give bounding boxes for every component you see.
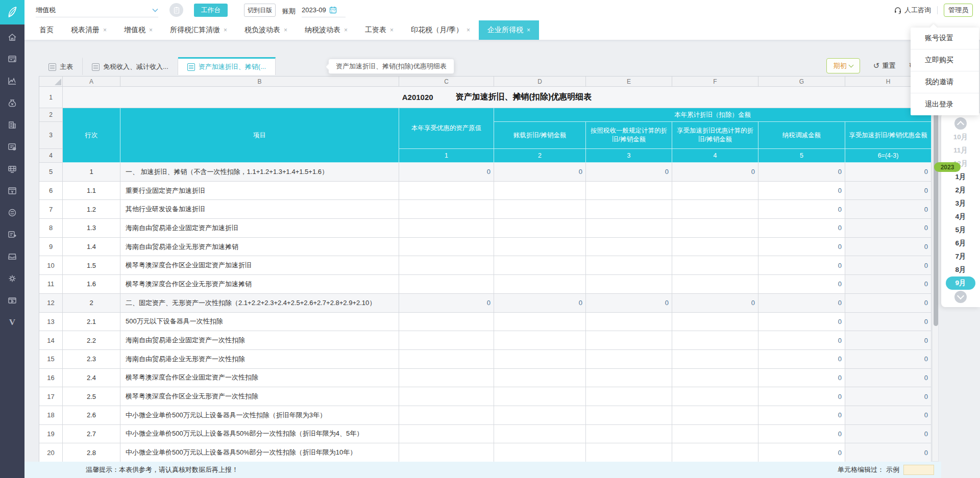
value-cell[interactable] bbox=[586, 443, 672, 462]
value-cell[interactable] bbox=[494, 387, 586, 406]
item-cell[interactable]: 横琴粤澳深度合作区企业固定资产加速折旧 bbox=[120, 256, 399, 275]
item-cell[interactable]: 一、 加速折旧、摊销（不含一次性扣除，1.1+1.2+1.3+1.4+1.5+1… bbox=[120, 163, 399, 182]
value-cell[interactable] bbox=[399, 406, 494, 425]
value-cell[interactable]: 0 bbox=[845, 182, 932, 200]
reset-button[interactable]: ↺ 重置 bbox=[873, 61, 896, 70]
value-cell[interactable]: 0 bbox=[758, 387, 845, 406]
value-cell[interactable] bbox=[494, 238, 586, 257]
value-cell[interactable]: 0 bbox=[399, 294, 494, 313]
switch-version-button[interactable]: 切到日版 bbox=[244, 4, 276, 17]
row-number[interactable]: 6 bbox=[39, 182, 63, 200]
voucher-transfer-icon[interactable] bbox=[7, 229, 18, 240]
value-cell[interactable]: 0 bbox=[672, 294, 758, 313]
value-cell[interactable]: 0 bbox=[845, 331, 932, 350]
item-cell[interactable]: 横琴粤澳深度合作区企业无形资产一次性扣除 bbox=[120, 387, 399, 406]
value-cell[interactable] bbox=[399, 350, 494, 369]
value-cell[interactable]: 0 bbox=[672, 163, 758, 182]
month-2月[interactable]: 2月 bbox=[946, 184, 975, 197]
line-no-cell[interactable]: 1.2 bbox=[63, 200, 120, 219]
close-icon[interactable]: × bbox=[467, 27, 470, 34]
row-number[interactable]: 15 bbox=[39, 350, 63, 369]
value-cell[interactable] bbox=[494, 313, 586, 332]
line-no-cell[interactable]: 1.5 bbox=[63, 256, 120, 275]
subtab-主表[interactable]: 主表 bbox=[39, 57, 83, 75]
value-cell[interactable] bbox=[586, 425, 672, 444]
invoice-bill-icon[interactable] bbox=[7, 54, 18, 65]
value-cell[interactable]: 0 bbox=[586, 294, 672, 313]
trend-chart-icon[interactable] bbox=[7, 76, 18, 87]
user-menu-item-立即购买[interactable]: 立即购买 bbox=[911, 49, 979, 71]
value-cell[interactable]: 0 bbox=[845, 256, 932, 275]
value-cell[interactable] bbox=[494, 369, 586, 388]
row-number[interactable]: 14 bbox=[39, 331, 63, 350]
value-cell[interactable] bbox=[494, 350, 586, 369]
value-cell[interactable] bbox=[586, 200, 672, 219]
row-number[interactable]: 17 bbox=[39, 387, 63, 406]
value-cell[interactable] bbox=[672, 369, 758, 388]
home-icon[interactable] bbox=[7, 32, 18, 43]
month-11月[interactable]: 11月 bbox=[946, 144, 975, 157]
value-cell[interactable] bbox=[672, 313, 758, 332]
close-icon[interactable]: × bbox=[390, 27, 394, 34]
close-icon[interactable]: × bbox=[149, 27, 153, 34]
column-letter-B[interactable]: B bbox=[120, 77, 399, 87]
value-cell[interactable] bbox=[494, 182, 586, 200]
value-cell[interactable]: 0 bbox=[758, 313, 845, 332]
value-cell[interactable] bbox=[586, 256, 672, 275]
value-cell[interactable] bbox=[586, 387, 672, 406]
value-cell[interactable] bbox=[586, 238, 672, 257]
scroll-up-icon[interactable] bbox=[954, 117, 967, 130]
value-cell[interactable] bbox=[586, 182, 672, 200]
value-cell[interactable] bbox=[399, 369, 494, 388]
close-icon[interactable]: × bbox=[224, 27, 227, 34]
value-cell[interactable]: 0 bbox=[845, 406, 932, 425]
value-cell[interactable] bbox=[672, 200, 758, 219]
value-cell[interactable] bbox=[494, 256, 586, 275]
value-cell[interactable] bbox=[672, 219, 758, 238]
column-letter-E[interactable]: E bbox=[586, 77, 672, 87]
line-no-cell[interactable]: 2.7 bbox=[63, 425, 120, 444]
value-cell[interactable]: 0 bbox=[758, 238, 845, 257]
value-cell[interactable]: 0 bbox=[845, 369, 932, 388]
item-cell[interactable]: 海南自由贸易港企业固定资产加速折旧 bbox=[120, 219, 399, 238]
line-no-cell[interactable]: 2.3 bbox=[63, 350, 120, 369]
line-no-cell[interactable]: 2.8 bbox=[63, 443, 120, 462]
value-cell[interactable] bbox=[399, 443, 494, 462]
value-cell[interactable]: 0 bbox=[758, 425, 845, 444]
value-cell[interactable] bbox=[399, 182, 494, 200]
item-cell[interactable]: 中小微企业单价500万元以上设备器具50%部分一次性扣除（折旧年限为4、5年） bbox=[120, 425, 399, 444]
value-cell[interactable]: 0 bbox=[758, 443, 845, 462]
value-cell[interactable]: 0 bbox=[845, 200, 932, 219]
value-cell[interactable] bbox=[494, 331, 586, 350]
line-no-cell[interactable]: 2 bbox=[63, 294, 120, 313]
tab-税负波动表[interactable]: 税负波动表× bbox=[236, 20, 296, 40]
row-number[interactable]: 20 bbox=[39, 443, 63, 462]
user-menu-item-我的邀请[interactable]: 我的邀请 bbox=[911, 71, 979, 93]
value-cell[interactable]: 0 bbox=[758, 182, 845, 200]
month-7月[interactable]: 7月 bbox=[946, 250, 975, 263]
value-cell[interactable] bbox=[494, 275, 586, 294]
value-cell[interactable]: 0 bbox=[845, 275, 932, 294]
sheet-title-cell[interactable]: A201020 资产加速折旧、摊销(扣除)优惠明细表 bbox=[63, 87, 932, 108]
tax-stamp-icon[interactable] bbox=[7, 207, 18, 218]
row-number[interactable]: 16 bbox=[39, 369, 63, 388]
item-cell[interactable]: 中小微企业单价500万元以上设备器具50%部分一次性扣除（折旧年限为10年） bbox=[120, 443, 399, 462]
value-cell[interactable] bbox=[672, 331, 758, 350]
value-cell[interactable]: 0 bbox=[845, 387, 932, 406]
value-cell[interactable]: 0 bbox=[845, 350, 932, 369]
month-6月[interactable]: 6月 bbox=[946, 237, 975, 250]
tab-工资表[interactable]: 工资表× bbox=[356, 20, 402, 40]
row-number[interactable]: 12 bbox=[39, 294, 63, 313]
video-tutorial-icon[interactable] bbox=[7, 295, 18, 306]
value-cell[interactable]: 0 bbox=[758, 350, 845, 369]
row-number[interactable]: 10 bbox=[39, 256, 63, 275]
item-cell[interactable]: 横琴粤澳深度合作区企业固定资产一次性扣除 bbox=[120, 369, 399, 388]
money-bag-icon[interactable] bbox=[7, 97, 18, 109]
value-cell[interactable] bbox=[672, 443, 758, 462]
salary-box-icon[interactable] bbox=[7, 185, 18, 196]
table-scrollbar[interactable] bbox=[932, 76, 939, 462]
period-picker[interactable]: 2023-09 bbox=[302, 3, 346, 17]
item-cell[interactable]: 横琴粤澳深度合作区企业无形资产加速摊销 bbox=[120, 275, 399, 294]
item-cell[interactable]: 中小微企业单价500万元以上设备器具一次性扣除（折旧年限为3年） bbox=[120, 406, 399, 425]
close-icon[interactable]: × bbox=[284, 27, 287, 34]
